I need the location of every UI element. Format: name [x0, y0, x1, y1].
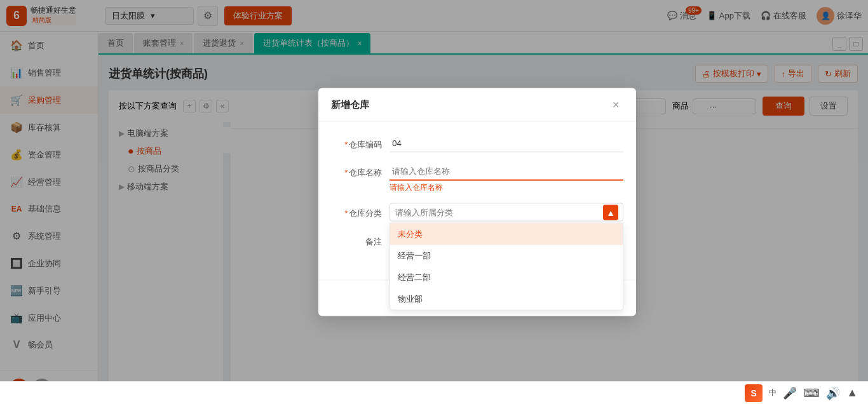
code-field-row: *仓库编码	[331, 135, 623, 152]
category-label: *仓库分类	[331, 203, 382, 219]
name-label: *仓库名称	[331, 163, 382, 178]
modal-new-warehouse: 新增仓库 × *仓库编码 *仓库名称 请输入仓库名称 *仓库分类	[318, 88, 636, 316]
bottom-bar: S 中 🎤 ⌨ 🔊 ▲	[0, 381, 868, 404]
modal-body: *仓库编码 *仓库名称 请输入仓库名称 *仓库分类 ▲	[318, 122, 636, 280]
code-label: *仓库编码	[331, 135, 382, 151]
keyboard-icon[interactable]: ⌨	[803, 386, 820, 400]
dropdown-item-1[interactable]: 经营一部	[390, 245, 623, 267]
modal-header: 新增仓库 ×	[318, 88, 636, 122]
dropdown-item-0[interactable]: 未分类	[390, 224, 623, 245]
s-logo: S	[745, 384, 763, 402]
name-input[interactable]	[390, 163, 623, 181]
dropdown-item-3[interactable]: 物业部	[390, 288, 623, 310]
category-input-wrap: ▲ 未分类 经营一部 经营二部 物业部	[390, 203, 623, 222]
remark-label: 备注	[331, 232, 382, 248]
volume-icon[interactable]: 🔊	[826, 386, 840, 400]
name-error-tip: 请输入仓库名称	[390, 182, 623, 193]
dropdown-item-2[interactable]: 经营二部	[390, 267, 623, 288]
category-field-row: *仓库分类 ▲ 未分类 经营一部 经营二部 物业部	[331, 203, 623, 222]
name-field-row: *仓库名称 请输入仓库名称	[331, 163, 623, 193]
modal-title: 新增仓库	[331, 98, 369, 111]
mic-icon[interactable]: 🎤	[783, 386, 797, 400]
category-toggle-btn[interactable]: ▲	[603, 205, 618, 220]
name-input-wrap: 请输入仓库名称	[390, 163, 623, 193]
modal-close-button[interactable]: ×	[608, 97, 623, 112]
category-input[interactable]	[390, 203, 623, 222]
arrow-up-icon[interactable]: ▲	[846, 386, 858, 400]
cn-text: 中	[769, 387, 776, 398]
category-dropdown: 未分类 经营一部 经营二部 物业部	[390, 223, 623, 311]
code-input[interactable]	[390, 135, 623, 152]
